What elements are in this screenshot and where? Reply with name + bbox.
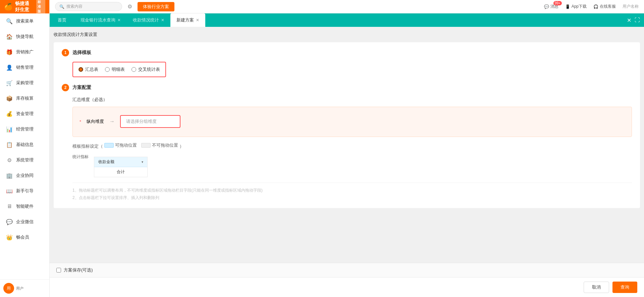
draggable-legend-label: 可拖动位置 (115, 142, 137, 148)
operations-icon: 📊 (6, 126, 13, 133)
sidebar-item-marketing[interactable]: 🎁 营销推广 (0, 44, 49, 60)
sidebar-item-operations[interactable]: 📊 经营管理 (0, 121, 49, 137)
inventory-icon: 📦 (6, 95, 13, 102)
message-icon: 💬 (544, 4, 549, 9)
dimension-row: * 纵向维度 → 请选择分组维度 (79, 115, 625, 128)
settings-icon[interactable]: ⚙ (127, 3, 132, 10)
marketing-icon: 🎁 (6, 49, 13, 55)
smart-hardware-icon: 🖥 (6, 203, 13, 209)
sidebar-item-capital[interactable]: 💰 资金管理 (0, 106, 49, 121)
user-display: 用户名称 (623, 4, 639, 9)
radio-summary-input[interactable] (78, 67, 83, 72)
sidebar-item-enterprise-collab[interactable]: 🏢 企业协同 (0, 168, 49, 183)
sidebar-item-search-menu[interactable]: 🔍 搜索菜单 (0, 13, 49, 29)
step2-header: 2 方案配置 (62, 84, 632, 91)
hint-2: 2、点击标题栏下拉可设置排序、插入列和删除列 (72, 194, 632, 202)
radio-detail-label: 明细表 (112, 66, 125, 72)
system-icon: ⚙ (6, 157, 13, 163)
sidebar: 🍊 畅捷通好生意 标准版 🔍 搜索菜单 🏠 快捷导航 🎁 营销推广 👤 销售管理… (0, 0, 50, 297)
sidebar-item-label: 采购管理 (16, 80, 34, 86)
support-label: 在线客服 (600, 4, 616, 9)
sidebar-item-quick-nav[interactable]: 🏠 快捷导航 (0, 29, 49, 44)
sidebar-item-inventory[interactable]: 📦 库存核算 (0, 91, 49, 106)
basic-info-icon: 📋 (6, 142, 13, 148)
trial-button[interactable]: 体验行业方案 (138, 2, 174, 11)
step2-number: 2 (62, 84, 69, 91)
cancel-button[interactable]: 取消 (584, 282, 609, 293)
indicators-section: 模板指标设定（ 可拖动位置 不可拖动位置 ） (72, 142, 632, 201)
stat-label-vertical: 统计指标 (72, 153, 89, 177)
sidebar-item-label: 智能硬件 (16, 203, 34, 209)
topbar-right: 💬 消息 99+ 📱 App下载 🎧 在线客服 用户名称 (544, 4, 639, 9)
indicators-table: 收款金额 ▾ 合计 (94, 157, 148, 177)
sidebar-item-label: 营销推广 (16, 49, 34, 55)
sidebar-item-sales[interactable]: 👤 销售管理 (0, 60, 49, 75)
download-icon: 📱 (565, 4, 570, 9)
radio-cross-input[interactable] (131, 67, 136, 72)
online-support-button[interactable]: 🎧 在线客服 (593, 4, 616, 9)
draggable-legend (104, 143, 114, 148)
dimension-label: 汇总维度（必选） (72, 97, 632, 103)
indicators-row-total: 合计 (94, 167, 147, 177)
radio-cross-label: 交叉统计表 (138, 66, 160, 72)
tab-receipts-stat[interactable]: 收款情况统计 ✕ (127, 13, 170, 27)
sidebar-item-label: 经营管理 (16, 126, 34, 132)
dimension-select[interactable]: 请选择分组维度 (120, 115, 180, 128)
sidebar-item-label: 企业微信 (16, 219, 34, 225)
fixed-legend (141, 143, 151, 148)
logo-text: 畅捷通好生意 (15, 1, 34, 13)
tab-receipts-stat-close-icon[interactable]: ✕ (161, 18, 164, 22)
footer-section: 方案保存(可选) (50, 263, 644, 277)
arrow-icon: → (109, 118, 115, 125)
radio-detail-input[interactable] (105, 67, 110, 72)
sidebar-item-label: 快捷导航 (16, 34, 34, 40)
sidebar-item-label: 新手引导 (16, 188, 34, 194)
sidebar-item-label: 销售管理 (16, 64, 34, 70)
sidebar-item-enterprise-wechat[interactable]: 💬 企业微信 (0, 214, 49, 230)
indicators-column-receipts[interactable]: 收款金额 ▾ (94, 157, 147, 167)
sidebar-item-purchase[interactable]: 🛒 采购管理 (0, 75, 49, 91)
query-button[interactable]: 查询 (612, 282, 637, 293)
content-area: 收款情况统计方案设置 1 选择模板 汇总表 明细表 (50, 27, 644, 263)
capital-icon: 💰 (6, 111, 13, 117)
search-box[interactable]: 🔍 搜索内容 (55, 2, 122, 11)
sidebar-item-label: 库存核算 (16, 95, 34, 101)
sidebar-item-newbie[interactable]: 📖 新手引导 (0, 183, 49, 199)
radio-summary[interactable]: 汇总表 (78, 66, 98, 72)
indicators-config-label: 模板指标设定（ 可拖动位置 不可拖动位置 ） (72, 142, 632, 149)
dimension-select-placeholder: 请选择分组维度 (126, 119, 157, 124)
avatar: 用 (3, 283, 14, 294)
column-label: 收款金额 (98, 159, 114, 165)
app-download-button[interactable]: 📱 App下载 (565, 4, 587, 9)
search-placeholder: 搜索内容 (66, 4, 83, 9)
tab-bank-flow[interactable]: 现金银行流水查询 ✕ (74, 13, 127, 27)
enterprise-collab-icon: 🏢 (6, 172, 13, 179)
newbie-icon: 📖 (6, 188, 13, 194)
sidebar-item-member[interactable]: 👑 畅会员 (0, 230, 49, 245)
logo-badge: 标准版 (36, 0, 45, 14)
sidebar-item-basic-info[interactable]: 📋 基础信息 (0, 137, 49, 152)
fixed-legend-label: 不可拖动位置 (152, 142, 178, 148)
tab-receipts-stat-label: 收款情况统计 (133, 17, 159, 23)
tab-home[interactable]: 首页 (50, 13, 74, 27)
download-label: App下载 (572, 4, 587, 9)
search-icon: 🔍 (59, 4, 64, 9)
total-label: 合计 (117, 169, 125, 174)
dimension-area: * 纵向维度 → 请选择分组维度 (72, 107, 632, 137)
purchase-icon: 🛒 (6, 80, 13, 86)
sidebar-item-smart-hardware[interactable]: 🖥 智能硬件 (0, 199, 49, 214)
notifications-button[interactable]: 💬 消息 99+ (544, 4, 558, 9)
tab-bank-flow-close-icon[interactable]: ✕ (117, 18, 121, 22)
radio-detail[interactable]: 明细表 (105, 66, 125, 72)
tab-new-plan[interactable]: 新建方案 ✕ (170, 13, 205, 27)
step1-number: 1 (62, 49, 69, 56)
tab-close-all-icon[interactable]: ✕ (627, 17, 631, 23)
tab-expand-icon[interactable]: ⛶ (635, 17, 640, 23)
notifications-badge: 99+ (553, 1, 562, 5)
tab-new-plan-close-icon[interactable]: ✕ (196, 18, 199, 22)
sidebar-item-system[interactable]: ⚙ 系统管理 (0, 152, 49, 168)
save-checkbox[interactable] (56, 268, 61, 273)
radio-cross[interactable]: 交叉统计表 (131, 66, 160, 72)
action-bar: 取消 查询 (50, 277, 644, 297)
chevron-down-icon: ▾ (142, 160, 143, 164)
